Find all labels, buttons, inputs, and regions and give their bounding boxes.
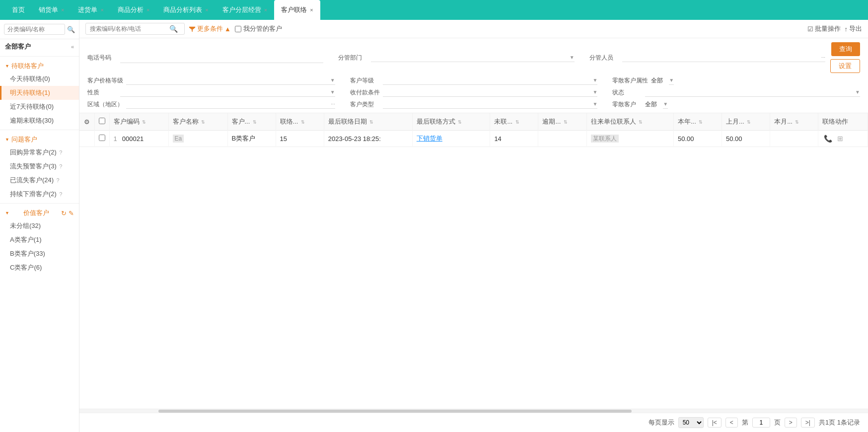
prev-page-button[interactable]: < <box>725 418 738 428</box>
nav-customer-tier[interactable]: 客户分层经营 × <box>216 0 274 20</box>
customer-table: ⚙ 客户编码 ⇅ 客户名称 ⇅ <box>79 113 868 147</box>
close-icon[interactable]: × <box>205 7 208 13</box>
per-page-label: 每页显示 <box>649 418 674 427</box>
my-customer-checkbox-label[interactable]: 我分管的客户 <box>235 24 282 33</box>
phone-input[interactable] <box>120 53 323 63</box>
checkbox-icon: ☑ <box>807 25 813 33</box>
nav-purchase[interactable]: 进货单 × <box>71 0 110 20</box>
edit-icon[interactable]: ✎ <box>69 210 74 217</box>
page-number-input[interactable] <box>752 418 770 428</box>
my-customer-checkbox[interactable] <box>235 26 241 32</box>
info-icon: ? <box>59 149 62 155</box>
row-name: Ea <box>173 135 184 143</box>
person-select[interactable]: ··· <box>622 53 825 62</box>
chevron-down-icon: ▼ <box>570 55 575 60</box>
row-last-date: 2023-05-23 18:25: <box>324 131 412 147</box>
retail-attr-label: 零散客户属性 <box>612 76 648 85</box>
region-select[interactable]: ··· <box>126 100 335 109</box>
sidebar-all-customers[interactable]: 全部客户 « <box>0 39 79 54</box>
sidebar-item-repurchase-abnormal[interactable]: 回购异常客户(2) ? <box>0 145 79 159</box>
chevron-down-icon: ▼ <box>669 77 674 83</box>
nav-product-list[interactable]: 商品分析列表 × <box>156 0 215 20</box>
close-icon[interactable]: × <box>146 7 149 13</box>
search-icon[interactable]: 🔍 <box>67 26 75 33</box>
filter-retail-attr: 零散客户属性 全部 ▼ <box>612 76 860 85</box>
filter-price-level: 客户价格等级 ▼ <box>87 76 335 85</box>
select-all-checkbox[interactable] <box>99 118 105 124</box>
row-category: B类客户 <box>227 131 276 147</box>
close-icon[interactable]: × <box>310 7 313 13</box>
next-page-button[interactable]: > <box>785 418 797 428</box>
set-button[interactable]: 设置 <box>830 59 860 73</box>
filter-payment: 收付款条件 ▼ <box>350 88 598 97</box>
retail-customer-select[interactable]: ▼ <box>663 100 668 109</box>
export-button[interactable]: ↑ 导出 <box>845 24 863 33</box>
nav-sales[interactable]: 销货单 × <box>32 0 71 20</box>
sidebar-item-c-class[interactable]: C类客户(6) <box>0 261 79 275</box>
close-icon[interactable]: × <box>100 7 103 13</box>
row-number: 1 <box>114 135 117 143</box>
row-checkbox[interactable] <box>99 135 105 141</box>
sidebar-item-today[interactable]: 今天待联络(0) <box>0 72 79 86</box>
gear-icon[interactable]: ⚙ <box>84 118 90 126</box>
close-icon[interactable]: × <box>61 7 64 13</box>
sidebar-item-ungrouped[interactable]: 未分组(32) <box>0 219 79 233</box>
sort-icon: ⇅ <box>142 120 146 125</box>
page-unit: 页 <box>774 418 781 427</box>
filter-person: 分管人员 ··· <box>589 53 825 62</box>
grid-action-icon[interactable]: ⊞ <box>837 135 843 143</box>
search-input[interactable] <box>90 25 169 32</box>
sidebar-item-b-class[interactable]: B类客户(33) <box>0 247 79 261</box>
sidebar-item-churn-warning[interactable]: 流失预警客户(3) ? <box>0 159 79 173</box>
per-page-select[interactable]: 50 100 200 <box>678 417 704 428</box>
horizontal-scrollbar[interactable] <box>79 409 868 413</box>
sidebar-item-declining[interactable]: 持续下滑客户(2) ? <box>0 187 79 201</box>
batch-operation-button[interactable]: ☑ 批量操作 <box>807 24 841 33</box>
sidebar-item-overdue[interactable]: 逾期未联络(30) <box>0 114 79 128</box>
sidebar-item-churned[interactable]: 已流失客户(24) ? <box>0 173 79 187</box>
payment-select[interactable]: ▼ <box>383 88 598 97</box>
sort-icon: ⇅ <box>458 120 462 125</box>
sidebar-group-pending: 待联络客户 <box>0 59 79 72</box>
retail-customer-value: 全部 <box>645 100 657 109</box>
nav-customer-contact[interactable]: 客户联络 × <box>274 0 320 20</box>
sidebar-item-7days[interactable]: 近7天待联络(0) <box>0 100 79 114</box>
refresh-icon[interactable]: ↻ <box>61 210 67 217</box>
table-col-last-month: 上月... ⇅ <box>722 113 770 131</box>
row-name-cell: Ea <box>168 131 227 147</box>
phone-action-icon[interactable]: 📞 <box>824 135 832 143</box>
nav-product-analysis[interactable]: 商品分析 × <box>111 0 156 20</box>
table-col-last-method: 最后联络方式 ⇅ <box>412 113 490 131</box>
row-actions: 📞 ⊞ <box>818 131 868 147</box>
gender-label: 性质 <box>87 88 117 97</box>
table-col-overdue: 逾期... ⇅ <box>538 113 586 131</box>
scrollbar-thumb[interactable] <box>158 410 632 413</box>
sidebar-item-a-class[interactable]: A类客户(1) <box>0 233 79 247</box>
retail-attr-select[interactable]: ▼ <box>669 76 674 85</box>
filter-customer-type: 客户类型 ▼ <box>350 100 598 109</box>
sidebar-search-input[interactable] <box>4 24 65 35</box>
price-level-select[interactable]: ▼ <box>126 76 335 85</box>
row-last-month: 50.00 <box>722 131 770 147</box>
table-header-row: ⚙ 客户编码 ⇅ 客户名称 ⇅ <box>79 113 868 131</box>
dept-select[interactable]: ▼ <box>371 53 574 62</box>
nav-home[interactable]: 首页 <box>5 0 32 20</box>
filter-more-button[interactable]: 更多条件 ▲ <box>189 24 231 33</box>
customer-type-select[interactable]: ▼ <box>383 100 598 109</box>
first-page-button[interactable]: |< <box>708 418 722 428</box>
sort-icon: ⇅ <box>747 120 751 125</box>
row-year-amount: 50.00 <box>673 131 722 147</box>
search-button[interactable]: 🔍 <box>169 25 178 33</box>
sidebar-item-tomorrow[interactable]: 明天待联络(1) <box>0 86 79 100</box>
sort-icon: ⇅ <box>515 120 519 125</box>
last-page-button[interactable]: >| <box>801 418 815 428</box>
info-icon: ? <box>56 177 59 183</box>
last-method-link[interactable]: 下销货单 <box>417 135 442 142</box>
gender-select[interactable]: ▼ <box>120 88 335 97</box>
customer-level-select[interactable]: ▼ <box>383 76 598 85</box>
filter-region: 区域（地区） ··· <box>87 100 335 109</box>
close-icon[interactable]: × <box>264 7 267 13</box>
query-button[interactable]: 查询 <box>831 42 860 56</box>
status-select[interactable]: ▼ <box>645 88 860 97</box>
sidebar-group-value: 价值客户 ↻ ✎ <box>0 206 79 219</box>
